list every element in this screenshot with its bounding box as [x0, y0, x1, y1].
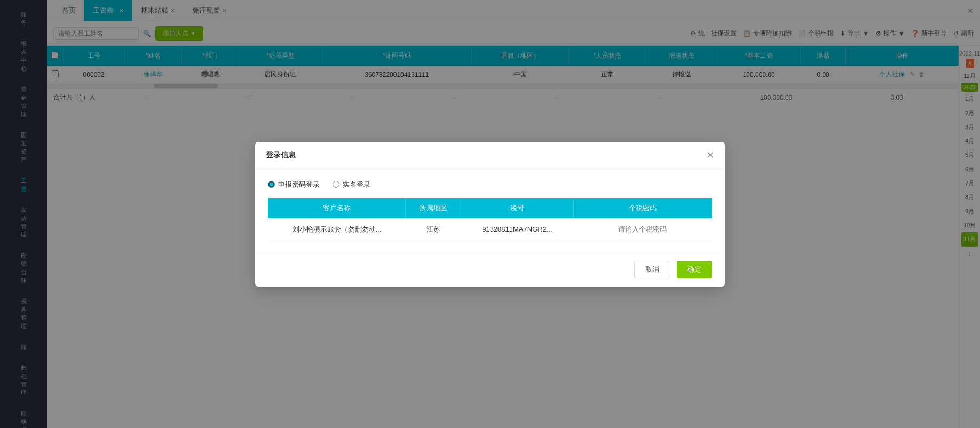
login-client-name: 刘小艳演示账套（勿删勿动... — [268, 218, 406, 241]
radio-password-login[interactable]: 申报密码登录 — [268, 180, 320, 189]
login-col-region: 所属地区 — [406, 198, 461, 218]
radio-real-name-login[interactable]: 实名登录 — [333, 180, 370, 189]
login-col-password: 个税密码 — [573, 198, 712, 218]
login-col-client-name: 客户名称 — [268, 198, 406, 218]
modal-title: 登录信息 — [266, 150, 296, 160]
confirm-button[interactable]: 确定 — [677, 261, 712, 278]
login-info-modal: 登录信息 ✕ 申报密码登录 实名登录 客户名称 所属地区 — [255, 142, 725, 287]
modal-body: 申报密码登录 实名登录 客户名称 所属地区 税号 个税密码 — [255, 169, 725, 252]
tax-password-input[interactable] — [580, 225, 705, 233]
modal-close-btn[interactable]: ✕ — [706, 149, 714, 161]
login-password-cell — [573, 218, 712, 241]
radio-realname-input[interactable] — [333, 181, 339, 188]
login-table: 客户名称 所属地区 税号 个税密码 刘小艳演示账套（勿删勿动... 江苏 913… — [268, 198, 712, 241]
modal-overlay: 登录信息 ✕ 申报密码登录 实名登录 客户名称 所属地区 — [0, 0, 980, 428]
login-region: 江苏 — [406, 218, 461, 241]
login-table-row: 刘小艳演示账套（勿删勿动... 江苏 91320811MA7NGR2... — [268, 218, 712, 241]
modal-header: 登录信息 ✕ — [255, 142, 725, 169]
login-tax-no: 91320811MA7NGR2... — [461, 218, 573, 241]
login-col-tax-no: 税号 — [461, 198, 573, 218]
login-method-radio-group: 申报密码登录 实名登录 — [268, 180, 712, 189]
radio-password-input[interactable] — [268, 181, 275, 188]
cancel-button[interactable]: 取消 — [634, 261, 670, 278]
modal-footer: 取消 确定 — [255, 252, 725, 287]
